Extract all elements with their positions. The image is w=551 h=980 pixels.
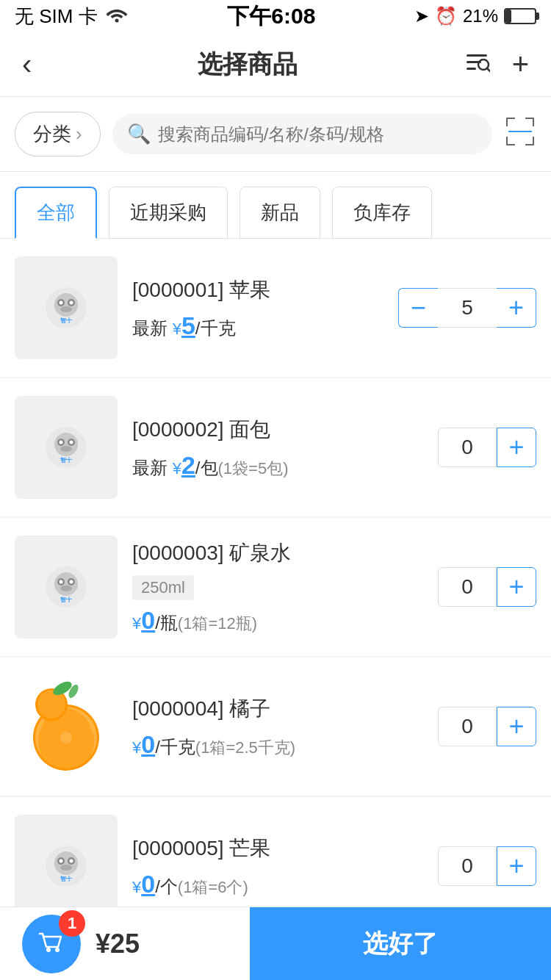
svg-point-32 [54, 572, 78, 596]
product-info-0000004: [0000004] 橘子 ¥0/千克(1箱=2.5千克) [132, 695, 423, 759]
qty-increase-button[interactable]: + [497, 707, 536, 746]
cart-badge: 1 [59, 910, 85, 937]
svg-rect-9 [533, 118, 534, 126]
scan-icon[interactable] [504, 115, 536, 153]
cart-icon[interactable]: 1 [22, 915, 81, 973]
tab-all[interactable]: 全部 [15, 187, 97, 239]
nav-bar: ‹ 选择商品 + [0, 32, 551, 97]
filter-icon[interactable] [464, 48, 490, 80]
svg-point-36 [70, 580, 73, 584]
qty-increase-button[interactable]: + [497, 428, 536, 467]
svg-point-29 [60, 446, 72, 452]
battery-percent: 21% [463, 6, 498, 26]
nav-actions: + [464, 48, 529, 81]
product-name: [0000002] 面包 [132, 416, 423, 444]
product-name: [0000004] 橘子 [132, 695, 423, 723]
category-button[interactable]: 分类 › [15, 112, 101, 156]
product-info-0000003: [0000003] 矿泉水 250ml ¥0/瓶(1箱=12瓶) [132, 539, 423, 635]
svg-rect-1 [467, 54, 487, 57]
product-info-0000002: [0000002] 面包 最新 ¥2/包(1袋=5包) [132, 416, 423, 480]
qty-control-0000003: + [438, 567, 536, 607]
qty-control-0000001: − + [398, 288, 536, 328]
svg-rect-13 [533, 137, 534, 145]
qty-increase-button[interactable]: + [497, 567, 536, 607]
svg-point-63 [46, 948, 51, 952]
status-time: 下午6:08 [227, 1, 315, 32]
qty-control-0000004: + [438, 707, 536, 746]
svg-point-42 [60, 732, 72, 743]
page-title: 选择商品 [198, 48, 298, 82]
svg-text:智十: 智十 [60, 876, 72, 882]
carrier-text: 无 SIM 卡 [15, 4, 98, 29]
product-list: 智十 [0000001] 苹果 最新 ¥5/千克 − + [0, 239, 551, 980]
alarm-icon: ⏰ [435, 6, 457, 26]
svg-point-20 [70, 301, 73, 305]
search-bar: 分类 › 🔍 [0, 97, 551, 172]
product-image-0000005: 智十 [15, 815, 118, 918]
svg-point-16 [54, 293, 78, 317]
product-image-0000001: 智十 [15, 256, 118, 359]
product-price: ¥0/千克(1箱=2.5千克) [132, 730, 423, 759]
cart-total: ¥25 [96, 929, 140, 959]
svg-point-51 [60, 860, 63, 863]
confirm-button[interactable]: 选好了 [250, 907, 551, 981]
svg-point-28 [70, 441, 73, 444]
qty-input[interactable] [438, 846, 497, 886]
svg-point-52 [70, 860, 73, 863]
status-carrier: 无 SIM 卡 [15, 4, 129, 29]
product-price: 最新 ¥5/千克 [132, 311, 383, 340]
svg-point-64 [55, 948, 60, 952]
status-bar: 无 SIM 卡 下午6:08 ➤ ⏰ 21% [0, 0, 551, 32]
product-name: [0000003] 矿泉水 [132, 539, 423, 567]
search-input[interactable] [158, 124, 478, 145]
svg-text:智十: 智十 [60, 317, 72, 324]
svg-rect-7 [506, 118, 508, 126]
add-button[interactable]: + [512, 48, 529, 81]
bottom-bar: 1 ¥25 选好了 [0, 907, 551, 980]
qty-input[interactable] [438, 707, 497, 746]
svg-point-35 [60, 580, 63, 584]
status-indicators: ➤ ⏰ 21% [414, 6, 536, 26]
product-item: [0000004] 橘子 ¥0/千克(1箱=2.5千克) + [0, 657, 551, 796]
product-name: [0000005] 芒果 [132, 835, 423, 862]
product-price: ¥0/瓶(1箱=12瓶) [132, 606, 423, 635]
svg-point-27 [60, 441, 63, 444]
svg-point-0 [115, 18, 118, 22]
svg-point-19 [60, 301, 63, 305]
wifi-icon [105, 5, 129, 28]
product-item: 智十 [0000002] 面包 最新 ¥2/包(1袋=5包) + [0, 378, 551, 516]
product-price: ¥0/个(1箱=6个) [132, 870, 423, 898]
qty-input[interactable] [438, 567, 497, 607]
product-image-0000003: 智十 [15, 536, 118, 638]
qty-input[interactable] [438, 288, 497, 328]
search-input-wrap: 🔍 [112, 114, 492, 154]
location-icon: ➤ [414, 6, 429, 26]
tab-new[interactable]: 新品 [240, 187, 320, 239]
qty-input[interactable] [438, 428, 497, 467]
svg-point-48 [54, 851, 78, 875]
product-item: 智十 [0000003] 矿泉水 250ml ¥0/瓶(1箱=12瓶) + [0, 518, 551, 656]
svg-point-53 [60, 865, 72, 871]
qty-increase-button[interactable]: + [497, 846, 536, 886]
product-item: 智十 [0000001] 苹果 最新 ¥5/千克 − + [0, 239, 551, 377]
product-price: 最新 ¥2/包(1袋=5包) [132, 451, 423, 480]
qty-control-0000005: + [438, 846, 536, 886]
svg-point-21 [60, 306, 72, 312]
tab-recent[interactable]: 近期采购 [109, 187, 228, 239]
svg-point-24 [54, 433, 78, 456]
svg-point-37 [60, 586, 72, 591]
tab-negative[interactable]: 负库存 [332, 187, 432, 239]
product-image-0000004 [15, 675, 118, 778]
category-label: 分类 [33, 121, 71, 147]
qty-decrease-button[interactable]: − [398, 288, 438, 328]
svg-text:智十: 智十 [60, 457, 72, 464]
battery-icon [504, 8, 536, 24]
tabs-bar: 全部 近期采购 新品 负库存 [0, 172, 551, 239]
qty-increase-button[interactable]: + [497, 288, 536, 328]
product-image-0000002: 智十 [15, 396, 118, 499]
back-button[interactable]: ‹ [22, 48, 32, 81]
svg-rect-11 [506, 137, 508, 145]
qty-control-0000002: + [438, 428, 536, 467]
product-spec: 250ml [132, 575, 194, 600]
svg-rect-3 [467, 68, 476, 70]
